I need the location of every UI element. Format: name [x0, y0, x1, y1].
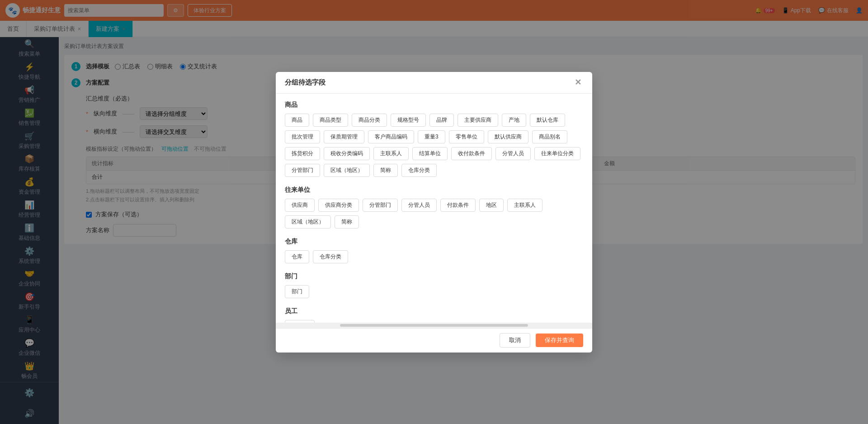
field-chip-goods-12[interactable]: 零售单位 [449, 130, 484, 143]
field-chip-partner-1[interactable]: 供应商分类 [318, 199, 359, 212]
field-chip-goods-8[interactable]: 批次管理 [285, 130, 320, 143]
section-warehouse: 仓库仓库仓库分类 [285, 238, 583, 263]
field-chip-goods-2[interactable]: 商品分类 [352, 114, 387, 127]
field-chip-goods-21[interactable]: 往来单位分类 [534, 147, 580, 160]
section-title-goods: 商品 [285, 101, 583, 109]
confirm-btn[interactable]: 保存并查询 [536, 333, 583, 347]
field-chip-partner-2[interactable]: 分管部门 [363, 199, 398, 212]
section-title-staff: 员工 [285, 307, 583, 315]
field-chip-goods-6[interactable]: 产地 [502, 114, 526, 127]
field-chip-department-0[interactable]: 部门 [285, 285, 309, 298]
field-chip-goods-1[interactable]: 商品类型 [313, 114, 348, 127]
section-title-department: 部门 [285, 272, 583, 281]
field-grid-warehouse: 仓库仓库分类 [285, 250, 583, 263]
field-grid-goods: 商品商品类型商品分类规格型号品牌主要供应商产地默认仓库批次管理保质期管理客户商品… [285, 114, 583, 177]
field-chip-warehouse-1[interactable]: 仓库分类 [313, 250, 348, 263]
field-grid-department: 部门 [285, 285, 583, 298]
field-chip-goods-23[interactable]: 区域（地区） [324, 164, 370, 177]
section-staff: 员工业务员 [285, 307, 583, 323]
field-chip-goods-9[interactable]: 保质期管理 [324, 130, 364, 143]
field-chip-goods-15[interactable]: 拣货积分 [285, 147, 320, 160]
field-chip-goods-7[interactable]: 默认仓库 [530, 114, 565, 127]
field-chip-partner-0[interactable]: 供应商 [285, 199, 315, 212]
field-chip-goods-19[interactable]: 收付款条件 [451, 147, 492, 160]
modal-header: 分组待选字段 ✕ [276, 72, 592, 94]
field-chip-partner-4[interactable]: 付款条件 [440, 199, 476, 212]
cancel-btn[interactable]: 取消 [500, 333, 530, 348]
hscroll-bar [340, 324, 528, 327]
field-chip-goods-25[interactable]: 仓库分类 [401, 164, 437, 177]
field-chip-goods-14[interactable]: 商品别名 [532, 130, 567, 143]
section-department: 部门部门 [285, 272, 583, 298]
field-chip-goods-16[interactable]: 税收分类编码 [324, 147, 370, 160]
section-title-warehouse: 仓库 [285, 238, 583, 246]
modal-body: 商品商品商品类型商品分类规格型号品牌主要供应商产地默认仓库批次管理保质期管理客户… [276, 94, 592, 323]
field-grid-partner: 供应商供应商分类分管部门分管人员付款条件地区主联系人区域（地区）简称 [285, 199, 583, 229]
field-chip-partner-6[interactable]: 主联系人 [507, 199, 542, 212]
field-chip-goods-17[interactable]: 主联系人 [373, 147, 409, 160]
field-chip-goods-10[interactable]: 客户商品编码 [368, 130, 414, 143]
field-chip-warehouse-0[interactable]: 仓库 [285, 250, 309, 263]
field-chip-goods-18[interactable]: 结算单位 [412, 147, 448, 160]
section-goods: 商品商品商品类型商品分类规格型号品牌主要供应商产地默认仓库批次管理保质期管理客户… [285, 101, 583, 177]
field-chip-partner-7[interactable]: 区域（地区） [285, 215, 331, 229]
modal-close-btn[interactable]: ✕ [572, 77, 583, 88]
field-chip-goods-13[interactable]: 默认供应商 [488, 130, 528, 143]
field-chip-goods-22[interactable]: 分管部门 [285, 164, 320, 177]
modal-overlay: 分组待选字段 ✕ 商品商品商品类型商品分类规格型号品牌主要供应商产地默认仓库批次… [0, 0, 868, 424]
field-select-modal: 分组待选字段 ✕ 商品商品商品类型商品分类规格型号品牌主要供应商产地默认仓库批次… [276, 72, 592, 353]
field-chip-goods-4[interactable]: 品牌 [429, 114, 454, 127]
section-partner: 往来单位供应商供应商分类分管部门分管人员付款条件地区主联系人区域（地区）简称 [285, 186, 583, 229]
field-chip-goods-11[interactable]: 重量3 [418, 130, 445, 143]
field-chip-partner-3[interactable]: 分管人员 [401, 199, 437, 212]
field-chip-partner-8[interactable]: 简称 [335, 215, 359, 229]
field-chip-goods-0[interactable]: 商品 [285, 114, 309, 127]
field-chip-partner-5[interactable]: 地区 [479, 199, 504, 212]
field-chip-goods-24[interactable]: 简称 [373, 164, 398, 177]
modal-footer: 取消 保存并查询 [276, 328, 592, 353]
section-title-partner: 往来单位 [285, 186, 583, 194]
field-chip-goods-20[interactable]: 分管人员 [495, 147, 531, 160]
modal-hscroll [276, 323, 592, 328]
modal-title: 分组待选字段 [285, 78, 326, 87]
field-chip-goods-5[interactable]: 主要供应商 [458, 114, 498, 127]
field-chip-goods-3[interactable]: 规格型号 [391, 114, 426, 127]
